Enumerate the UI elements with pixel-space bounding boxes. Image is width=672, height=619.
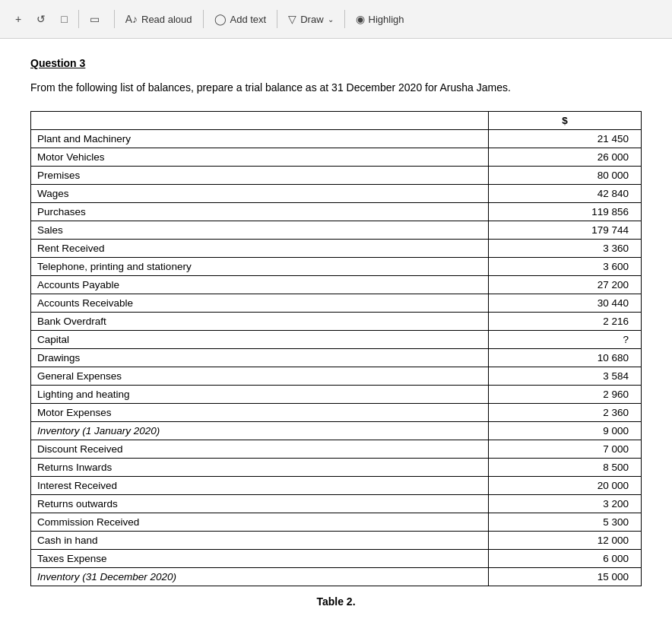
read-aloud-button[interactable]: A♪ Read aloud [118,8,200,30]
table-cell-name: Interest Received [31,477,489,495]
table-cell-value: 21 450 [489,130,642,148]
table-row: Sales179 744 [31,221,642,240]
table-cell-value: 3 360 [489,240,642,258]
draw-button[interactable]: ▽ Draw ⌄ [281,8,341,30]
draw-label: Draw [300,14,323,25]
table-cell-name: Purchases [31,203,489,221]
page-content: Question 3 From the following list of ba… [0,39,672,619]
table-row: Lighting and heating2 960 [31,386,642,404]
table-cell-value: 15 000 [489,568,642,586]
table-cell-name: Motor Vehicles [31,148,489,167]
table-cell-value: 80 000 [489,167,642,185]
draw-caret-icon: ⌄ [328,15,334,24]
table-cell-name: Commission Received [31,513,489,532]
toolbar: + ↺ □ ▭ A♪ Read aloud ◯ Add text ▽ Draw … [0,0,672,39]
table-cell-value: 179 744 [489,221,642,240]
table-row: Taxes Expense6 000 [31,550,642,568]
table-cell-value: 3 200 [489,495,642,513]
table-cell-value: 3 600 [489,258,642,276]
table-row: Commission Received5 300 [31,513,642,532]
table-cell-name: Lighting and heating [31,386,489,404]
redo-button[interactable]: □ [53,8,74,30]
page-view-button[interactable]: ▭ [82,8,111,30]
table-cell-name: Discount Received [31,440,489,459]
table-cell-value: 7 000 [489,440,642,459]
separator-5 [344,10,345,28]
table-cell-value: 2 360 [489,404,642,422]
table-row: Inventory (1 January 2020)9 000 [31,422,642,440]
table-row: Purchases119 856 [31,203,642,221]
table-row: Capital? [31,331,642,349]
question-heading: Question 3 [30,57,642,69]
highlight-button[interactable]: ◉ Highligh [348,8,412,30]
table-cell-name: Capital [31,331,489,349]
add-text-button[interactable]: ◯ Add text [207,8,274,30]
table-cell-name: Accounts Payable [31,276,489,294]
table-cell-name: Premises [31,167,489,185]
table-cell-name: General Expenses [31,367,489,386]
table-cell-value: 8 500 [489,459,642,477]
redo-icon: □ [61,13,67,25]
table-row: Drawings10 680 [31,349,642,367]
table-cell-name: Motor Expenses [31,404,489,422]
page-view-icon: ▭ [90,13,100,25]
table-row: Cash in hand12 000 [31,532,642,550]
table-caption: Table 2. [30,595,642,608]
undo-icon: ↺ [36,13,46,25]
table-row: Rent Received3 360 [31,240,642,258]
table-cell-value: 3 584 [489,367,642,386]
highlight-label: Highligh [369,14,404,25]
table-cell-name: Cash in hand [31,532,489,550]
table-row: Discount Received7 000 [31,440,642,459]
read-aloud-label: Read aloud [141,14,192,25]
separator-1 [78,10,79,28]
add-button[interactable]: + [8,8,29,30]
separator-4 [277,10,277,28]
separator-2 [114,10,115,28]
table-cell-value: 2 960 [489,386,642,404]
table-row: Bank Overdraft2 216 [31,313,642,331]
table-row: Returns Inwards8 500 [31,459,642,477]
table-cell-name: Returns Inwards [31,459,489,477]
table-cell-name: Sales [31,221,489,240]
table-cell-value: 9 000 [489,422,642,440]
table-cell-name: Wages [31,185,489,203]
col-header-name [31,112,489,130]
table-cell-name: Accounts Receivable [31,294,489,313]
table-cell-value: 30 440 [489,294,642,313]
table-row: Telephone, printing and stationery3 600 [31,258,642,276]
table-row: Interest Received20 000 [31,477,642,495]
add-icon: + [15,13,21,25]
table-cell-value: 27 200 [489,276,642,294]
table-cell-value: 119 856 [489,203,642,221]
col-header-value: $ [489,112,642,130]
table-cell-name: Rent Received [31,240,489,258]
table-cell-name: Plant and Machinery [31,130,489,148]
table-row: Inventory (31 December 2020)15 000 [31,568,642,586]
table-cell-value: 20 000 [489,477,642,495]
table-row: Wages42 840 [31,185,642,203]
highlight-icon: ◉ [356,13,365,25]
table-cell-name: Drawings [31,349,489,367]
table-cell-name: Bank Overdraft [31,313,489,331]
table-cell-name: Inventory (1 January 2020) [31,422,489,440]
table-header-row: $ [31,112,642,130]
table-row: Motor Vehicles26 000 [31,148,642,167]
table-cell-value: 5 300 [489,513,642,532]
table-cell-name: Taxes Expense [31,550,489,568]
table-row: General Expenses3 584 [31,367,642,386]
table-row: Returns outwards3 200 [31,495,642,513]
draw-icon: ▽ [288,13,296,25]
table-row: Accounts Receivable30 440 [31,294,642,313]
table-cell-name: Inventory (31 December 2020) [31,568,489,586]
question-instruction: From the following list of balances, pre… [30,80,642,96]
table-cell-name: Returns outwards [31,495,489,513]
undo-button[interactable]: ↺ [29,8,53,30]
table-row: Accounts Payable27 200 [31,276,642,294]
add-text-label: Add text [230,14,267,25]
separator-3 [203,10,204,28]
table-cell-value: 12 000 [489,532,642,550]
table-cell-name: Telephone, printing and stationery [31,258,489,276]
balance-table: $ Plant and Machinery21 450Motor Vehicle… [30,111,642,586]
table-cell-value: ? [489,331,642,349]
